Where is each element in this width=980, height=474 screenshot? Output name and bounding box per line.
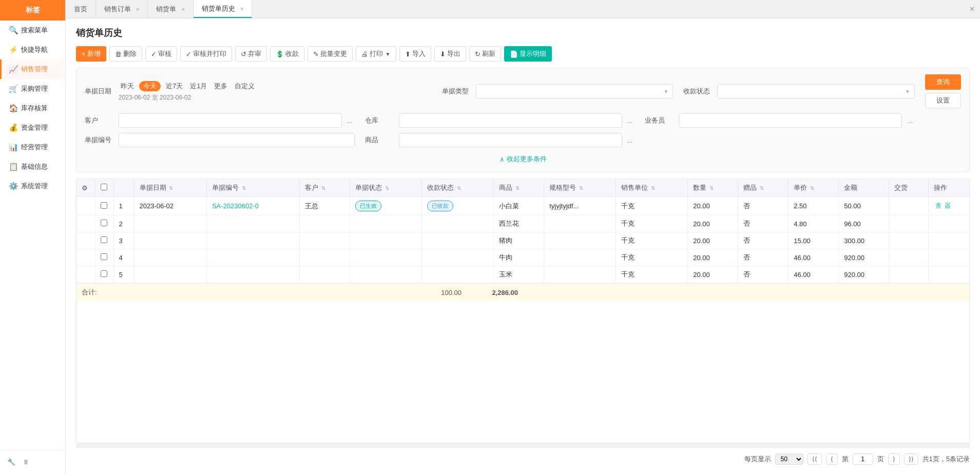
sidebar-item-ops-mgmt[interactable]: 📊 经营管理	[0, 137, 65, 157]
col-date-cell	[134, 249, 206, 266]
sidebar-item-purchase-mgmt[interactable]: 🛒 采购管理	[0, 79, 65, 98]
date-sort-icon: ⇅	[169, 185, 173, 191]
tab-close-sales-order[interactable]: ×	[136, 6, 139, 12]
sidebar-item-label: 搜索菜单	[21, 26, 48, 35]
shortcut-1month[interactable]: 近1月	[188, 81, 209, 91]
sidebar-item-quick-nav[interactable]: ⚡ 快捷导航	[0, 40, 65, 60]
per-page-select[interactable]: 50 10 20 100	[775, 453, 803, 465]
table-scrollbar[interactable]	[76, 443, 970, 448]
print-button[interactable]: 🖨 打印 ▼	[356, 46, 396, 62]
query-button[interactable]: 查询	[925, 74, 961, 90]
col-date-cell	[134, 266, 206, 283]
col-paymentstatus[interactable]: 收款状态 ⇅	[422, 179, 494, 197]
collapse-button[interactable]: ∧ 收起更多条件	[85, 152, 961, 166]
filter-docno-item: 单据编号	[85, 133, 355, 147]
select-all-checkbox[interactable]	[101, 184, 107, 190]
inventory-icon: 🏠	[9, 104, 18, 113]
customer-input[interactable]	[119, 113, 342, 128]
import-button[interactable]: ⬆ 导入	[399, 46, 431, 62]
shortcut-more[interactable]: 更多	[212, 81, 229, 91]
tab-sales-order[interactable]: 销售订单 ×	[96, 0, 148, 18]
add-button[interactable]: + 新增	[76, 46, 106, 62]
sidebar-item-sales-mgmt[interactable]: 📈 销售管理	[0, 60, 65, 79]
action-link[interactable]: 器	[945, 202, 951, 209]
next-page-button[interactable]: ⟩	[888, 453, 900, 465]
audit-button[interactable]: ✓ 审核	[145, 46, 177, 62]
col-unit[interactable]: 销售单位 ⇅	[616, 179, 688, 197]
col-date[interactable]: 单据日期 ⇅	[134, 179, 206, 197]
payment-select[interactable]: ▼	[717, 84, 915, 98]
tab-sales-delivery[interactable]: 销货单 ×	[148, 0, 193, 18]
col-goods[interactable]: 商品 ⇅	[494, 179, 544, 197]
filter-warehouse-item: 仓库 ...	[365, 113, 635, 128]
abandon-button[interactable]: ↺ 弃审	[235, 46, 267, 62]
col-num-cell: 3	[113, 232, 134, 249]
col-customer[interactable]: 客户 ⇅	[300, 179, 350, 197]
row-checkbox[interactable]	[101, 270, 107, 277]
col-docstatus[interactable]: 单据状态 ⇅	[350, 179, 422, 197]
salesperson-input[interactable]	[679, 113, 902, 128]
tab-sales-history[interactable]: 销货单历史 ×	[194, 0, 252, 18]
salesperson-ellipsis[interactable]: ...	[905, 117, 915, 125]
refresh-button[interactable]: ↻ 刷新	[469, 46, 501, 62]
docno-input[interactable]	[119, 133, 355, 147]
col-gift[interactable]: 赠品 ⇅	[738, 179, 789, 197]
sidebar-logo: 标签	[0, 0, 65, 21]
warehouse-ellipsis[interactable]: ...	[625, 117, 635, 125]
col-qty-cell: 20.00	[688, 197, 738, 215]
col-spec[interactable]: 规格型号 ⇅	[544, 179, 616, 197]
page-input[interactable]	[853, 453, 873, 465]
customer-ellipsis[interactable]: ...	[345, 117, 355, 125]
sidebar-item-inventory[interactable]: 🏠 库存核算	[0, 98, 65, 118]
col-qty-cell: 20.00	[688, 266, 738, 283]
action-link[interactable]: 查	[935, 202, 941, 209]
row-checkbox[interactable]	[101, 236, 107, 243]
docno-label: 单据编号	[85, 135, 116, 145]
row-checkbox[interactable]	[101, 253, 107, 260]
show-detail-button[interactable]: 📄 显示明细	[504, 46, 552, 62]
col-unit-cell: 千克	[616, 266, 688, 283]
row-checkbox[interactable]	[101, 220, 107, 226]
col-gift-cell: 否	[738, 232, 789, 249]
sidebar-item-sys-mgmt[interactable]: ⚙️ 系统管理	[0, 176, 65, 196]
audit-print-button[interactable]: ✓ 审核并打印	[180, 46, 232, 62]
row-checkbox[interactable]	[101, 202, 107, 209]
sidebar-item-basic-info[interactable]: 📋 基础信息	[0, 157, 65, 176]
col-docno[interactable]: 单据编号 ⇅	[206, 179, 299, 197]
tab-home[interactable]: 首页	[66, 0, 96, 18]
tab-close-sales-delivery[interactable]: ×	[181, 6, 184, 12]
shortcut-7days[interactable]: 近7天	[164, 81, 185, 91]
goods-label: 商品	[365, 135, 396, 145]
table-row: 4 牛肉 千克 20.00 否 46.00 920.00	[76, 249, 969, 266]
prev-page-button[interactable]: ⟨	[826, 453, 838, 465]
summary-label: 合计:	[82, 288, 107, 297]
sidebar-item-finance[interactable]: 💰 资金管理	[0, 118, 65, 137]
col-amount-cell: 50.00	[839, 197, 889, 215]
shortcut-today[interactable]: 今天	[139, 81, 161, 91]
first-page-button[interactable]: ⟨⟨	[808, 453, 822, 465]
col-docstatus-cell	[350, 232, 422, 249]
shortcut-custom[interactable]: 自定义	[233, 81, 257, 91]
goods-input[interactable]	[399, 133, 622, 147]
sidebar-item-search-menu[interactable]: 🔍 搜索菜单	[0, 21, 65, 40]
filter-row-3: 单据编号 商品 ...	[85, 133, 961, 147]
tab-close-sales-history[interactable]: ×	[240, 6, 243, 12]
doctype-select[interactable]: ▼	[476, 84, 674, 98]
collect-button[interactable]: 💲 收款	[270, 46, 304, 62]
col-price[interactable]: 单价 ⇅	[789, 179, 839, 197]
filter-settings-button[interactable]: 设置	[925, 93, 961, 108]
col-date-cell: 2023-06-02	[134, 197, 206, 215]
shortcut-yesterday[interactable]: 昨天	[119, 81, 136, 91]
window-close-btn[interactable]: ✕	[964, 5, 980, 13]
col-qty[interactable]: 数量 ⇅	[688, 179, 738, 197]
ops-mgmt-icon: 📊	[9, 143, 18, 152]
last-page-button[interactable]: ⟩⟩	[904, 453, 918, 465]
delete-button[interactable]: 🗑 删除	[109, 46, 142, 62]
goods-ellipsis[interactable]: ...	[625, 136, 635, 144]
sidebar-bottom-settings[interactable]: 🔧 ⏸	[0, 454, 65, 470]
warehouse-input[interactable]	[399, 113, 622, 128]
col-settings[interactable]: ⚙	[76, 179, 95, 197]
export-button[interactable]: ⬇ 导出	[434, 46, 466, 62]
batch-change-button[interactable]: ✎ 批量变更	[308, 46, 353, 62]
col-customer-cell	[300, 249, 350, 266]
